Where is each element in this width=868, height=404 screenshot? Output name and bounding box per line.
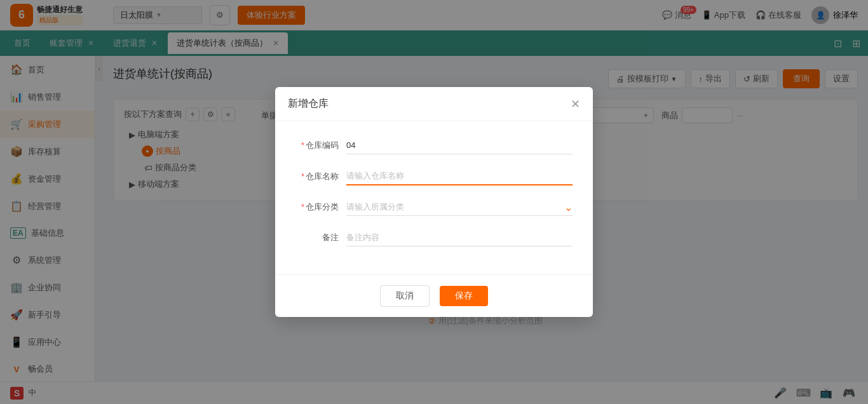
form-item-code: *仓库编码 (295, 137, 573, 154)
modal-header: 新增仓库 ✕ (275, 87, 593, 121)
required-mark-category: * (301, 202, 304, 212)
modal-footer: 取消 保存 (275, 274, 593, 317)
modal-title: 新增仓库 (288, 97, 329, 111)
category-label: *仓库分类 (295, 201, 346, 213)
save-button[interactable]: 保存 (440, 286, 488, 306)
modal-overlay: 新增仓库 ✕ *仓库编码 *仓库名称 *仓库分类 (0, 0, 868, 404)
cancel-button[interactable]: 取消 (380, 285, 430, 307)
required-mark-code: * (301, 140, 304, 150)
remark-label: 备注 (295, 232, 346, 243)
code-label: *仓库编码 (295, 140, 346, 151)
form-item-name: *仓库名称 (295, 167, 573, 185)
warehouse-category-select[interactable]: 请输入所属分类 (346, 198, 573, 216)
modal-close-icon[interactable]: ✕ (571, 98, 580, 110)
category-select-wrap: 请输入所属分类 ⌄ (346, 198, 573, 216)
warehouse-remark-input[interactable] (346, 229, 573, 246)
warehouse-code-input[interactable] (346, 137, 573, 154)
form-item-category: *仓库分类 请输入所属分类 ⌄ (295, 198, 573, 216)
required-mark-name: * (301, 172, 304, 181)
modal-add-warehouse: 新增仓库 ✕ *仓库编码 *仓库名称 *仓库分类 (275, 87, 593, 317)
modal-body: *仓库编码 *仓库名称 *仓库分类 请输入所属分类 (275, 121, 593, 274)
warehouse-name-input[interactable] (346, 167, 573, 185)
name-label: *仓库名称 (295, 171, 346, 182)
form-item-remark: 备注 (295, 229, 573, 246)
